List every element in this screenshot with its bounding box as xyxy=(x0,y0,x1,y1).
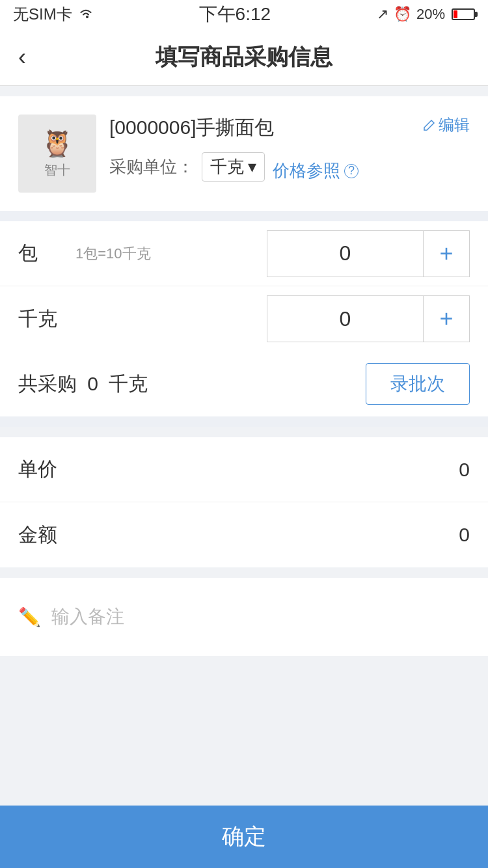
price-ref-label: 价格参照 xyxy=(273,159,340,182)
status-bar: 无SIM卡 下午6:12 ↗ ⏰ 20% xyxy=(0,0,488,29)
unit-price-value: 0 xyxy=(459,459,470,481)
kg-plus-button[interactable]: + xyxy=(423,295,470,342)
battery-percent: 20% xyxy=(416,6,445,23)
bao-plus-button[interactable]: + xyxy=(423,230,470,277)
kg-input[interactable] xyxy=(267,295,423,342)
product-card: 🦉 智十 [0000006]手撕面包 编辑 采购单位： 千克 ▾ 价格参照 ? xyxy=(0,96,488,211)
product-logo-icon: 🦉 xyxy=(41,128,74,159)
amount-value: 0 xyxy=(459,524,470,546)
total-label: 共采购 xyxy=(18,373,77,394)
bao-input[interactable] xyxy=(267,230,423,277)
pencil-icon: ✏️ xyxy=(18,606,41,628)
bao-input-row: 包 1包=10千克 + xyxy=(0,221,488,286)
edit-label: 编辑 xyxy=(439,115,470,135)
unit-price-label: 单价 xyxy=(18,456,57,483)
product-name: [0000006]手撕面包 xyxy=(109,115,274,141)
total-section: 共采购 0 千克 录批次 xyxy=(0,351,488,416)
product-unit-row: 采购单位： 千克 ▾ 价格参照 ? xyxy=(109,152,470,182)
total-unit: 千克 xyxy=(109,373,148,394)
unit-price-row: 单价 0 xyxy=(0,437,488,502)
bao-sub: 1包=10千克 xyxy=(75,244,151,264)
total-amount: 0 xyxy=(87,373,98,394)
back-button[interactable]: ‹ xyxy=(18,44,26,71)
unit-dropdown[interactable]: 千克 ▾ xyxy=(202,152,265,182)
product-logo-text: 智十 xyxy=(44,161,70,179)
product-info: [0000006]手撕面包 编辑 采购单位： 千克 ▾ 价格参照 ? xyxy=(109,115,470,182)
remark-section[interactable]: ✏️ 输入备注 xyxy=(0,578,488,656)
batch-button[interactable]: 录批次 xyxy=(366,363,470,405)
price-section: 单价 0 金额 0 xyxy=(0,437,488,567)
unit-label: 采购单位： xyxy=(109,156,194,178)
page-title: 填写商品采购信息 xyxy=(156,42,332,72)
status-right: ↗ ⏰ 20% xyxy=(377,6,475,23)
wifi-icon xyxy=(79,5,93,23)
status-left: 无SIM卡 xyxy=(13,4,93,25)
divider-1 xyxy=(0,211,488,221)
remark-placeholder: 输入备注 xyxy=(51,604,124,629)
location-icon: ↗ xyxy=(377,6,388,23)
amount-label: 金额 xyxy=(18,522,57,549)
amount-row: 金额 0 xyxy=(0,502,488,567)
bao-label: 包 xyxy=(18,240,70,267)
nav-bar: ‹ 填写商品采购信息 xyxy=(0,29,488,86)
battery-icon xyxy=(452,8,475,20)
carrier-text: 无SIM卡 xyxy=(13,4,72,25)
divider-2 xyxy=(0,416,488,427)
total-text: 共采购 0 千克 xyxy=(18,371,148,398)
input-section: 包 1包=10千克 + 千克 + xyxy=(0,221,488,351)
alarm-icon: ⏰ xyxy=(394,6,411,23)
edit-button[interactable]: 编辑 xyxy=(423,115,470,135)
price-ref-button[interactable]: 价格参照 ? xyxy=(273,159,359,182)
kg-input-right: + xyxy=(267,295,470,342)
product-image: 🦉 智十 xyxy=(18,115,96,193)
confirm-button[interactable]: 确定 xyxy=(0,806,488,868)
kg-label: 千克 xyxy=(18,306,70,332)
price-ref-help-icon: ? xyxy=(344,164,359,178)
unit-value: 千克 xyxy=(210,156,244,178)
bao-input-right: + xyxy=(267,230,470,277)
dropdown-arrow-icon: ▾ xyxy=(248,157,256,177)
status-time: 下午6:12 xyxy=(199,2,271,27)
kg-input-row: 千克 + xyxy=(0,286,488,351)
